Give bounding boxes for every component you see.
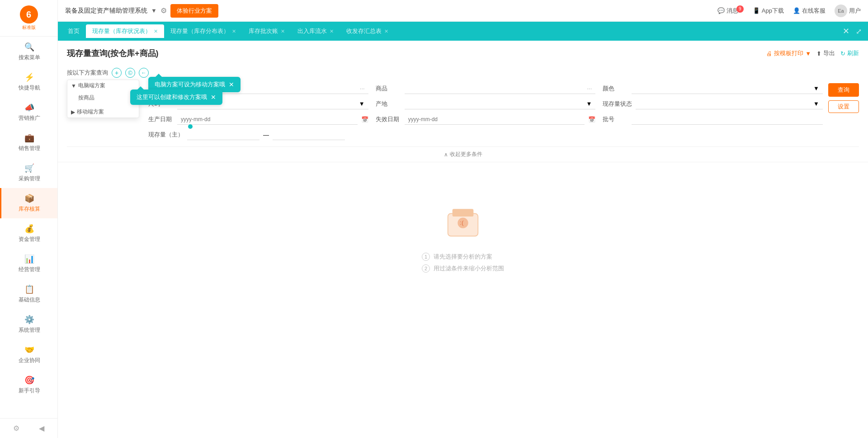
- sidebar-icon-marketing: 📣: [24, 103, 34, 113]
- svg-text::(: :(: [460, 219, 464, 226]
- tooltip2-close-icon[interactable]: ✕: [211, 94, 216, 101]
- sidebar-item-finance[interactable]: 💰资金管理: [0, 218, 57, 249]
- tooltip1-text: 电脑方案可设为移动方案哦: [155, 80, 225, 89]
- empty-step-1: 1 请先选择要分析的方案: [422, 253, 492, 261]
- tab-item[interactable]: 首页: [61, 24, 86, 38]
- tooltip1-close-icon[interactable]: ✕: [229, 81, 234, 88]
- tab-close-icon[interactable]: ✕: [384, 28, 388, 34]
- reset-button[interactable]: 设置: [828, 100, 859, 113]
- scheme-desktop-section[interactable]: ▼ 电脑端方案: [67, 80, 139, 91]
- sidebar-icon-system: ⚙️: [24, 315, 34, 325]
- tooltip-create-hint: 这里可以创建和修改方案哦 ✕: [130, 89, 222, 105]
- filter-area: 按以下方案查询 + © ← ▼ 电脑端方案 按商品 ▶ 移动端方案 电脑方案可设: [58, 63, 868, 162]
- user-item[interactable]: Ea 用户: [835, 5, 861, 17]
- refresh-button[interactable]: ↻ 刷新: [840, 49, 859, 57]
- color-label: 颜色: [603, 85, 628, 93]
- sidebar-item-guide[interactable]: 🎯新手引导: [0, 370, 57, 400]
- sidebar-item-base[interactable]: 📋基础信息: [0, 279, 57, 309]
- batch-label: 批号: [603, 115, 628, 123]
- trial-button[interactable]: 体验行业方案: [170, 4, 218, 18]
- expire-date-input[interactable]: [405, 114, 585, 125]
- filter-row-2: 尺码 ▼ 产地 ▼: [148, 99, 823, 109]
- produce-date-input[interactable]: [177, 114, 358, 125]
- color-select[interactable]: ▼: [632, 83, 823, 94]
- scheme-desktop-label: 电脑端方案: [78, 82, 105, 89]
- tab-bar: 首页现存量（库存状况表）✕现存量（库存分布表）✕库存批次账✕出入库流水✕收发存汇…: [58, 22, 868, 41]
- batch-input[interactable]: [632, 114, 823, 125]
- tab-close-icon[interactable]: ✕: [330, 28, 334, 34]
- sidebar-label-guide: 新手引导: [19, 387, 40, 395]
- sidebar-item-operations[interactable]: 📊经营管理: [0, 249, 57, 279]
- dot-indicator: [188, 124, 193, 129]
- sidebar-label-finance: 资金管理: [19, 235, 40, 243]
- stock-qty-min-input[interactable]: [187, 129, 259, 140]
- header-settings-icon[interactable]: ⚙: [160, 6, 167, 15]
- sidebar-item-system[interactable]: ⚙️系统管理: [0, 309, 57, 339]
- color-dropdown-icon: ▼: [813, 85, 819, 92]
- sidebar-label-sales: 销售管理: [19, 145, 40, 152]
- sidebar-item-search[interactable]: 🔍搜索菜单: [0, 37, 57, 67]
- stock-qty-max-input[interactable]: [273, 129, 345, 140]
- search-button[interactable]: 查询: [828, 83, 859, 97]
- tab-close-icon[interactable]: ✕: [232, 28, 236, 34]
- header-select-dropdown[interactable]: ▼: [151, 7, 157, 14]
- expire-date-label: 失效日期: [376, 115, 401, 123]
- scheme-item-warehouse[interactable]: 按商品: [67, 91, 139, 104]
- stock-status-label: 现存量状态: [603, 100, 632, 108]
- scheme-mobile-section[interactable]: ▶ 移动端方案: [67, 106, 139, 118]
- sidebar-item-inventory[interactable]: 📦库存核算: [0, 188, 57, 218]
- online-support-item[interactable]: 👤 在线客服: [793, 7, 826, 15]
- sidebar-item-enterprise[interactable]: 🤝企业协同: [0, 339, 57, 370]
- system-title: 装备及固定资产辅助管理系统: [65, 7, 147, 15]
- tab-close-icon[interactable]: ✕: [154, 28, 158, 34]
- tab-item[interactable]: 库存批次账✕: [242, 24, 291, 38]
- user-avatar: Ea: [835, 5, 847, 17]
- tab-item[interactable]: 收发存汇总表✕: [340, 24, 395, 38]
- sidebar-label-search: 搜索菜单: [19, 54, 40, 61]
- notifications-item[interactable]: 💬 消息 9: [717, 7, 744, 15]
- export-button[interactable]: ⬆ 导出: [816, 49, 835, 57]
- tab-item[interactable]: 出入库流水✕: [291, 24, 340, 38]
- page-actions: 🖨 按模板打印 ▼ ⬆ 导出 ↻ 刷新: [766, 49, 859, 57]
- origin-select[interactable]: ▼: [405, 99, 596, 109]
- tab-expand-icon[interactable]: ⤢: [853, 27, 864, 36]
- sidebar-icon-enterprise: 🤝: [24, 345, 34, 355]
- empty-illustration: :(: [440, 198, 486, 244]
- warehouse-dots-icon: ···: [360, 85, 365, 92]
- sidebar-item-purchase[interactable]: 🛒采购管理: [0, 158, 57, 188]
- sidebar-icon-inventory: 📦: [24, 193, 34, 203]
- sidebar-item-marketing[interactable]: 📣营销推广: [0, 97, 57, 127]
- print-button[interactable]: 🖨 按模板打印 ▼: [766, 49, 811, 57]
- arrow-scheme-button[interactable]: ←: [139, 68, 149, 78]
- tab-label: 现存量（库存状况表）: [92, 27, 151, 35]
- produce-date-calendar-icon[interactable]: 📅: [361, 116, 368, 123]
- app-download-item[interactable]: 📱 App下载: [753, 7, 784, 15]
- sidebar-bottom: ⚙ ◀: [0, 418, 57, 438]
- chevron-right-icon2: ▶: [71, 109, 75, 115]
- sidebar-item-sales[interactable]: 💼销售管理: [0, 127, 57, 158]
- expire-date-calendar-icon[interactable]: 📅: [588, 116, 595, 123]
- empty-state: :( 1 请先选择要分析的方案 2 用过滤条件来缩小分析范围: [58, 162, 868, 309]
- stock-status-select[interactable]: ▼: [636, 99, 823, 109]
- sidebar-label-inventory: 库存核算: [19, 205, 40, 213]
- collapse-sidebar-icon[interactable]: ◀: [39, 424, 44, 433]
- empty-step-2: 2 用过滤条件来缩小分析范围: [422, 264, 504, 273]
- notifications-badge: 9: [736, 5, 744, 13]
- goods-input[interactable]: ···: [405, 83, 596, 94]
- copy-scheme-button[interactable]: ©: [125, 68, 135, 78]
- chevron-up-icon: ∧: [444, 151, 448, 158]
- step-1-text: 请先选择要分析的方案: [434, 253, 492, 261]
- add-scheme-button[interactable]: +: [112, 68, 122, 78]
- collapse-bar[interactable]: ∧ 收起更多条件: [67, 146, 859, 162]
- empty-steps: 1 请先选择要分析的方案 2 用过滤条件来缩小分析范围: [422, 253, 504, 273]
- tab-close-icon[interactable]: ✕: [281, 28, 285, 34]
- tab-close-all-icon[interactable]: ✕: [839, 26, 853, 36]
- chevron-right-icon: ▼: [71, 83, 76, 89]
- tab-item[interactable]: 现存量（库存分布表）✕: [164, 24, 242, 38]
- tab-item[interactable]: 现存量（库存状况表）✕: [86, 24, 164, 38]
- sidebar-logo: 6 标准版: [0, 0, 57, 37]
- sidebar-item-nav[interactable]: ⚡快捷导航: [0, 67, 57, 97]
- filter-field-batch: 批号: [603, 114, 823, 125]
- main-area: 装备及固定资产辅助管理系统 ▼ ⚙ 体验行业方案 💬 消息 9 📱 App下载 …: [58, 0, 868, 438]
- settings-icon[interactable]: ⚙: [13, 424, 19, 433]
